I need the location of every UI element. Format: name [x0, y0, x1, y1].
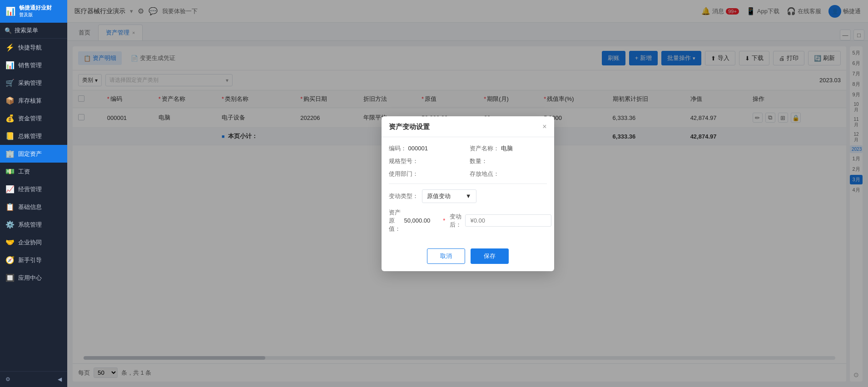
- base-info-label: 基础信息: [18, 203, 42, 211]
- sidebar-item-collab[interactable]: 🤝 企业协同: [0, 233, 67, 251]
- dialog-header: 资产变动设置 ×: [382, 116, 554, 137]
- after-change-input[interactable]: [465, 214, 551, 227]
- sidebar-item-apps[interactable]: 🔲 应用中心: [0, 269, 67, 287]
- fixed-assets-label: 固定资产: [18, 150, 42, 158]
- sidebar-item-inventory[interactable]: 📦 库存核算: [0, 92, 67, 109]
- change-type-value: 原值变动: [427, 192, 451, 200]
- sidebar: 📊 畅捷通好业财 普及版 🔍 搜索菜单 ⚡ 快捷导航 📊 销售管理 🛒 采购管理…: [0, 0, 67, 387]
- asset-name-label: 资产名称：: [470, 144, 499, 153]
- asset-value-value: 50,000.00: [404, 217, 431, 224]
- dialog-title: 资产变动设置: [389, 123, 430, 131]
- asset-name-value: 电脑: [501, 144, 513, 153]
- sidebar-item-payroll[interactable]: 💵 工资: [0, 163, 67, 180]
- dialog-row-3: 使用部门： 存放地点：: [389, 170, 547, 178]
- change-type-row: 变动类型： 原值变动 ▼: [389, 189, 547, 203]
- dialog-asset-name-field: 资产名称： 电脑: [470, 144, 547, 153]
- sidebar-item-guide[interactable]: 🧭 新手引导: [0, 251, 67, 269]
- dialog-location-field: 存放地点：: [470, 170, 547, 178]
- system-label: 系统管理: [18, 221, 42, 229]
- fixed-assets-icon: 🏢: [5, 149, 15, 158]
- dialog-body: 编码： 000001 资产名称： 电脑 规格型号： 数量：: [382, 137, 554, 247]
- quantity-label: 数量：: [470, 157, 487, 165]
- change-type-select[interactable]: 原值变动 ▼: [422, 189, 476, 203]
- dialog-row-1: 编码： 000001 资产名称： 电脑: [389, 144, 547, 153]
- sidebar-item-finance[interactable]: 💰 资金管理: [0, 109, 67, 127]
- system-icon: ⚙️: [5, 220, 15, 229]
- inventory-label: 库存核算: [18, 97, 42, 105]
- dialog-dept-field: 使用部门：: [389, 170, 466, 178]
- spec-label: 规格型号：: [389, 157, 418, 165]
- sidebar-item-base-info[interactable]: 📋 基础信息: [0, 198, 67, 216]
- dialog-divider: [389, 184, 547, 184]
- finance-label: 资金管理: [18, 114, 42, 123]
- apps-icon: 🔲: [5, 273, 15, 282]
- base-info-icon: 📋: [5, 203, 15, 211]
- cancel-button[interactable]: 取消: [427, 248, 465, 264]
- asset-change-dialog: 资产变动设置 × 编码： 000001 资产名称： 电脑: [382, 116, 554, 271]
- sidebar-item-ledger[interactable]: 📒 总账管理: [0, 127, 67, 145]
- dialog-close-btn[interactable]: ×: [542, 123, 546, 131]
- sidebar-item-sales[interactable]: 📊 销售管理: [0, 56, 67, 74]
- payroll-icon: 💵: [5, 167, 15, 176]
- collapse-icon[interactable]: ◀: [58, 376, 62, 382]
- asset-value-row: 资产原值： 50,000.00 * 变动后：: [389, 208, 547, 233]
- app-edition: 普及版: [19, 12, 52, 18]
- purchase-label: 采购管理: [18, 79, 42, 87]
- sidebar-item-quick-nav[interactable]: ⚡ 快捷导航: [0, 39, 67, 56]
- guide-icon: 🧭: [5, 256, 15, 264]
- sidebar-item-fixed-assets[interactable]: 🏢 固定资产: [0, 145, 67, 163]
- purchase-icon: 🛒: [5, 79, 15, 87]
- sales-label: 销售管理: [18, 61, 42, 69]
- ledger-label: 总账管理: [18, 132, 42, 140]
- save-button[interactable]: 保存: [471, 248, 509, 264]
- sidebar-item-system[interactable]: ⚙️ 系统管理: [0, 216, 67, 233]
- dialog-overlay: 资产变动设置 × 编码： 000001 资产名称： 电脑: [67, 0, 868, 387]
- change-type-chevron: ▼: [466, 193, 471, 199]
- asset-value-label: 资产原值：: [389, 208, 401, 233]
- app-name: 畅捷通好业财: [19, 5, 52, 12]
- app-logo-icon: 📊: [5, 6, 15, 16]
- finance-icon: 💰: [5, 114, 15, 123]
- search-icon: 🔍: [5, 27, 12, 34]
- location-label: 存放地点：: [470, 170, 499, 178]
- ops-icon: 📈: [5, 185, 15, 194]
- ledger-icon: 📒: [5, 132, 15, 140]
- dialog-footer: 取消 保存: [382, 247, 554, 271]
- collab-label: 企业协同: [18, 238, 42, 247]
- required-mark: *: [443, 217, 445, 224]
- sidebar-item-purchase[interactable]: 🛒 采购管理: [0, 74, 67, 92]
- change-type-label: 变动类型：: [389, 192, 418, 200]
- app-name-block: 畅捷通好业财 普及版: [19, 5, 52, 19]
- quick-nav-icon: ⚡: [5, 43, 15, 52]
- inventory-icon: 📦: [5, 96, 15, 105]
- dialog-quantity-field: 数量：: [470, 157, 547, 165]
- sidebar-item-ops[interactable]: 📈 经营管理: [0, 180, 67, 198]
- sidebar-header: 📊 畅捷通好业财 普及版: [0, 0, 67, 23]
- code-value: 000001: [408, 145, 428, 152]
- dialog-spec-field: 规格型号：: [389, 157, 466, 165]
- sales-icon: 📊: [5, 61, 15, 69]
- dialog-code-field: 编码： 000001: [389, 144, 466, 153]
- settings-footer-icon[interactable]: ⚙: [5, 376, 10, 382]
- after-change-label: 变动后：: [450, 213, 461, 229]
- collab-icon: 🤝: [5, 238, 15, 247]
- guide-label: 新手引导: [18, 256, 42, 264]
- sidebar-item-search[interactable]: 🔍 搜索菜单: [0, 23, 67, 39]
- dept-label: 使用部门：: [389, 170, 418, 178]
- code-label: 编码：: [389, 144, 407, 153]
- main-area: 医疗器械行业演示 ▾ ⚙ 💬 我要体验一下 🔔 消息 99+ 📱 App下载 🎧…: [67, 0, 868, 387]
- sidebar-footer: ⚙ ◀: [0, 371, 67, 387]
- payroll-label: 工资: [18, 168, 30, 176]
- apps-label: 应用中心: [18, 274, 42, 282]
- dialog-row-2: 规格型号： 数量：: [389, 157, 547, 165]
- ops-label: 经营管理: [18, 185, 42, 194]
- search-label: 搜索菜单: [15, 26, 38, 35]
- quick-nav-label: 快捷导航: [18, 44, 42, 52]
